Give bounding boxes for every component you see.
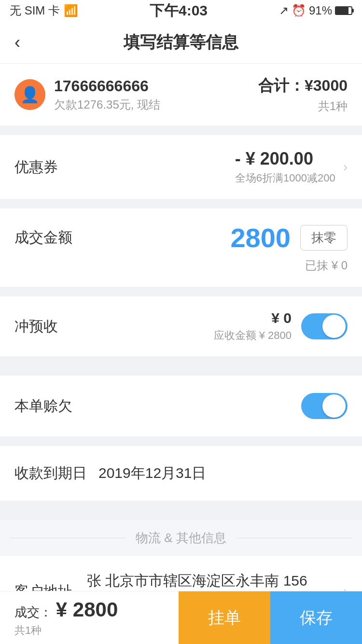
battery-percent: 91%: [309, 4, 332, 17]
arrears-toggle-thumb: [322, 394, 346, 418]
deal-amount-section: 成交金额 2800 抹零 已抹 ¥ 0: [0, 209, 362, 287]
deal-amount-sub: 已抹 ¥ 0: [305, 259, 348, 272]
arrears-toggle[interactable]: [301, 393, 348, 419]
bottom-bar: 成交： ¥ 2800 共1种 挂单 保存: [0, 591, 362, 644]
toggle-thumb: [322, 315, 346, 338]
status-bar-left: 无 SIM 卡 📶: [10, 3, 78, 18]
prepay-label: 冲预收: [14, 317, 58, 336]
discount-amount: - ¥ 200.00: [235, 149, 335, 169]
save-button[interactable]: 保存: [270, 591, 362, 644]
customer-card: 👤 17666666666 欠款1276.35元, 现结 合计：¥3000 共1…: [0, 64, 362, 126]
chevron-right-icon: ›: [343, 159, 348, 175]
bottom-count: 共1种: [14, 623, 164, 638]
discount-row[interactable]: 优惠券 - ¥ 200.00 全场6折满1000减200 ›: [0, 135, 362, 199]
status-bar: 无 SIM 卡 📶 下午4:03 ↗ ⏰ 91%: [0, 0, 362, 21]
discount-section: 优惠券 - ¥ 200.00 全场6折满1000减200 ›: [0, 135, 362, 199]
total-count: 共1种: [258, 98, 348, 114]
due-date-label: 收款到期日: [14, 463, 87, 483]
battery-icon: [335, 6, 352, 15]
customer-debt: 欠款1276.35元, 现结: [54, 97, 160, 112]
prepay-sub: 应收金额 ¥ 2800: [214, 328, 292, 343]
logistics-text: 物流 & 其他信息: [136, 530, 226, 546]
round-zero-button[interactable]: 抹零: [300, 225, 348, 251]
avatar-icon: 👤: [20, 85, 40, 104]
deal-amount-value: 2800: [230, 222, 291, 253]
arrears-row: 本单赊欠: [0, 376, 362, 436]
prepay-amount: ¥ 0: [214, 310, 292, 326]
deal-amount-label: 成交金额: [14, 228, 72, 248]
logistics-line-right: [236, 538, 352, 538]
prepay-row: 冲预收 ¥ 0 应收金额 ¥ 2800: [0, 296, 362, 356]
discount-description: 全场6折满1000减200: [235, 171, 335, 185]
sim-status: 无 SIM 卡: [10, 3, 60, 18]
divider2: [0, 510, 362, 520]
arrears-label: 本单赊欠: [14, 396, 72, 416]
discount-label: 优惠券: [14, 157, 58, 177]
due-date-value: 2019年12月31日: [98, 463, 206, 483]
bottom-amount: ¥ 2800: [56, 598, 118, 621]
status-bar-right: ↗ ⏰ 91%: [279, 4, 352, 17]
divider: [0, 366, 362, 376]
status-bar-time: 下午4:03: [150, 1, 208, 21]
back-button[interactable]: ‹: [14, 32, 20, 53]
prepay-toggle[interactable]: [301, 313, 348, 339]
wifi-icon: 📶: [64, 4, 78, 17]
nav-bar: ‹ 填写结算等信息: [0, 21, 362, 64]
alarm-icon: ⏰: [292, 4, 306, 17]
avatar: 👤: [14, 79, 45, 110]
total-amount: 合计：¥3000: [258, 75, 348, 97]
logistics-line-left: [10, 538, 126, 538]
prepay-section: 冲预收 ¥ 0 应收金额 ¥ 2800: [0, 296, 362, 356]
bottom-deal-label: 成交：: [14, 605, 52, 619]
logistics-separator: 物流 & 其他信息: [0, 520, 362, 556]
bottom-summary: 成交： ¥ 2800 共1种: [0, 598, 179, 638]
due-date-row: 收款到期日 2019年12月31日: [0, 446, 362, 501]
content: 👤 17666666666 欠款1276.35元, 现结 合计：¥3000 共1…: [0, 64, 362, 644]
location-icon: ↗: [279, 4, 289, 17]
page-title: 填写结算等信息: [124, 31, 238, 54]
hang-button[interactable]: 挂单: [179, 591, 270, 644]
customer-phone: 17666666666: [54, 77, 160, 95]
